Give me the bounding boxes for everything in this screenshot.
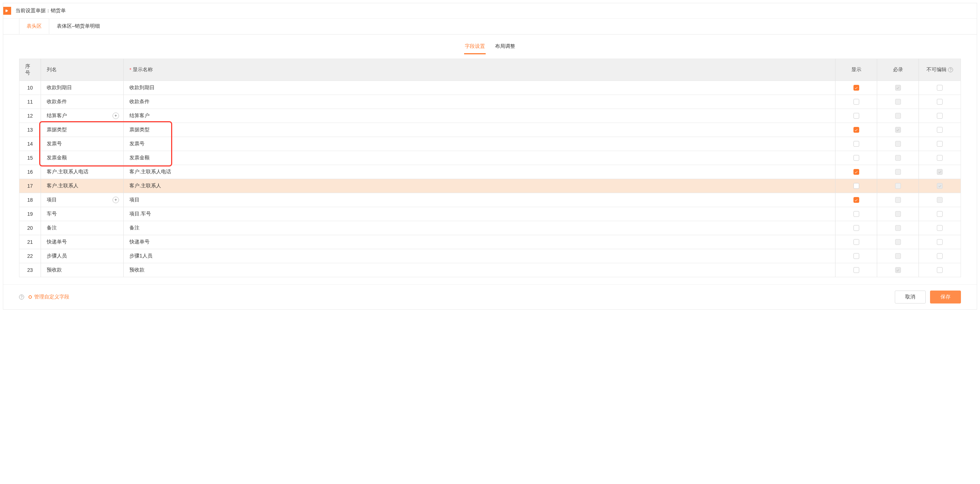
- table-row: 23预收款预收款: [19, 263, 961, 277]
- table-row: 22步骤人员步骤1人员: [19, 249, 961, 263]
- noedit-checkbox[interactable]: [937, 155, 943, 161]
- show-checkbox[interactable]: [853, 183, 859, 189]
- cell-show: [835, 207, 877, 221]
- add-sub-field-icon[interactable]: +: [113, 113, 119, 119]
- table-row: 12结算客户+结算客户: [19, 108, 961, 123]
- required-checkbox: [895, 267, 901, 273]
- noedit-checkbox[interactable]: [937, 267, 943, 273]
- noedit-checkbox[interactable]: [937, 113, 943, 119]
- cell-show: [835, 123, 877, 137]
- cell-display[interactable]: 备注: [124, 221, 835, 235]
- cell-required: [877, 193, 919, 207]
- cell-required: [877, 151, 919, 165]
- cell-seq: 14: [19, 137, 41, 151]
- cell-name: 客户.主联系人: [41, 179, 124, 193]
- required-checkbox: [895, 253, 901, 259]
- cell-noedit: [919, 109, 961, 123]
- cell-display[interactable]: 项目.车号: [124, 207, 835, 221]
- cell-show: [835, 165, 877, 179]
- help-icon[interactable]: ?: [948, 67, 953, 72]
- required-checkbox: [895, 211, 901, 217]
- show-checkbox[interactable]: [853, 99, 859, 105]
- noedit-checkbox: [937, 169, 943, 175]
- cell-display[interactable]: 票据类型: [124, 123, 835, 137]
- cell-noedit: [919, 151, 961, 165]
- required-checkbox: [895, 225, 901, 231]
- show-checkbox[interactable]: [853, 239, 859, 245]
- header-bar: 当前设置单据：销货单: [3, 3, 977, 19]
- cell-noedit: [919, 263, 961, 277]
- required-checkbox: [895, 155, 901, 161]
- noedit-checkbox[interactable]: [937, 127, 943, 133]
- table-row: 19车号项目.车号: [19, 207, 961, 221]
- cell-seq: 20: [19, 221, 41, 235]
- sub-tabs: 字段设置布局调整: [3, 34, 977, 54]
- cell-show: [835, 109, 877, 123]
- show-checkbox[interactable]: [853, 197, 859, 203]
- help-icon[interactable]: ?: [19, 295, 24, 299]
- table-row: 17客户.主联系人客户.主联系人: [19, 179, 961, 193]
- cell-required: [877, 137, 919, 151]
- cell-name: 结算客户+: [41, 109, 124, 123]
- cell-seq: 22: [19, 249, 41, 263]
- show-checkbox[interactable]: [853, 85, 859, 91]
- cancel-button[interactable]: 取消: [895, 291, 926, 304]
- cell-display[interactable]: 快递单号: [124, 235, 835, 249]
- cell-seq: 19: [19, 207, 41, 221]
- cell-noedit: [919, 165, 961, 179]
- noedit-checkbox[interactable]: [937, 253, 943, 259]
- show-checkbox[interactable]: [853, 253, 859, 259]
- cell-display[interactable]: 项目: [124, 193, 835, 207]
- tab-0[interactable]: 表头区: [19, 18, 49, 34]
- show-checkbox[interactable]: [853, 225, 859, 231]
- show-checkbox[interactable]: [853, 155, 859, 161]
- col-header-seq: 序号: [19, 59, 41, 81]
- table-row: 15发票金额发票金额: [19, 151, 961, 165]
- cell-noedit: [919, 193, 961, 207]
- table-row: 18项目+项目: [19, 193, 961, 207]
- cell-seq: 15: [19, 151, 41, 165]
- show-checkbox[interactable]: [853, 113, 859, 119]
- cell-display[interactable]: 预收款: [124, 263, 835, 277]
- cell-name: 步骤人员: [41, 249, 124, 263]
- cell-display[interactable]: 客户.主联系人: [124, 179, 835, 193]
- add-sub-field-icon[interactable]: +: [113, 197, 119, 203]
- cell-name: 快递单号: [41, 235, 124, 249]
- show-checkbox[interactable]: [853, 211, 859, 217]
- noedit-checkbox[interactable]: [937, 85, 943, 91]
- noedit-checkbox[interactable]: [937, 225, 943, 231]
- cell-display[interactable]: 收款条件: [124, 95, 835, 108]
- show-checkbox[interactable]: [853, 267, 859, 273]
- cell-display[interactable]: 步骤1人员: [124, 249, 835, 263]
- manage-custom-fields-link[interactable]: 管理自定义字段: [28, 294, 69, 300]
- show-checkbox[interactable]: [853, 141, 859, 147]
- cell-display[interactable]: 收款到期日: [124, 81, 835, 95]
- cell-name: 车号: [41, 207, 124, 221]
- cell-display[interactable]: 发票号: [124, 137, 835, 151]
- show-checkbox[interactable]: [853, 127, 859, 133]
- main-tabs: 表头区表体区–销货单明细: [3, 18, 977, 34]
- show-checkbox[interactable]: [853, 169, 859, 175]
- col-header-show: 显示: [835, 59, 877, 81]
- cell-noedit: [919, 249, 961, 263]
- sub-tab-0[interactable]: 字段设置: [464, 41, 486, 54]
- cell-required: [877, 263, 919, 277]
- noedit-checkbox[interactable]: [937, 211, 943, 217]
- col-header-required: 必录: [877, 59, 919, 81]
- noedit-checkbox[interactable]: [937, 239, 943, 245]
- tab-1[interactable]: 表体区–销货单明细: [49, 18, 108, 34]
- required-mark: *: [129, 67, 131, 73]
- sub-tab-1[interactable]: 布局调整: [494, 41, 516, 54]
- cell-noedit: [919, 179, 961, 193]
- required-checkbox: [895, 113, 901, 119]
- required-checkbox: [895, 169, 901, 175]
- cell-display[interactable]: 结算客户: [124, 109, 835, 123]
- cell-show: [835, 179, 877, 193]
- noedit-checkbox[interactable]: [937, 141, 943, 147]
- footer-bar: ? 管理自定义字段 取消 保存: [3, 285, 977, 309]
- save-button[interactable]: 保存: [930, 291, 961, 304]
- noedit-checkbox[interactable]: [937, 99, 943, 105]
- cell-display[interactable]: 客户.主联系人电话: [124, 165, 835, 179]
- cell-display[interactable]: 发票金额: [124, 151, 835, 165]
- expand-panel-button[interactable]: [3, 7, 11, 15]
